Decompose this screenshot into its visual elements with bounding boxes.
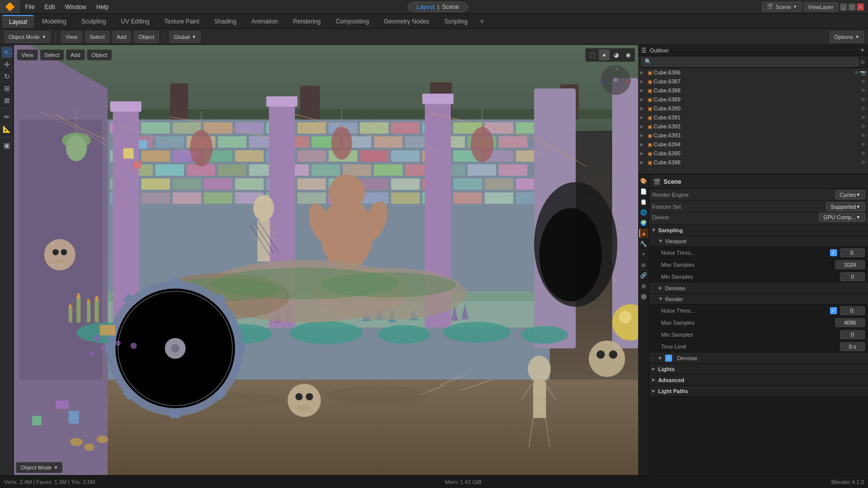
light-paths-section-header[interactable]: ▶ Light Paths: [649, 386, 868, 397]
sampling-section-header[interactable]: ▶ Sampling: [649, 225, 868, 236]
tool-annotate[interactable]: ✏: [1, 111, 12, 122]
visibility-icon-1[interactable]: 👁: [861, 79, 866, 84]
transform-global[interactable]: Global ▼: [169, 31, 201, 43]
tab-scripting[interactable]: Scripting: [437, 15, 475, 28]
outliner-item-9[interactable]: ▶ ▣ Cube.6395 👁: [638, 149, 868, 158]
options-button[interactable]: Options ▼: [830, 31, 864, 43]
add-workspace-button[interactable]: +: [476, 15, 488, 28]
add-menu[interactable]: Add: [112, 31, 131, 43]
object-menu[interactable]: Object: [134, 31, 159, 43]
viewport-view-selector[interactable]: View: [17, 49, 38, 60]
tab-shading[interactable]: Shading: [207, 15, 243, 28]
advanced-section-header[interactable]: ▶ Advanced: [649, 375, 868, 386]
menu-edit[interactable]: Edit: [39, 0, 60, 13]
visibility-icon-8[interactable]: 👁: [861, 142, 866, 147]
prop-physics-icon[interactable]: ◉: [639, 260, 648, 269]
mode-selector[interactable]: Object Mode ▼: [4, 31, 50, 43]
prop-constraints-icon[interactable]: 🔗: [639, 271, 648, 280]
visibility-icon-10[interactable]: 👁: [861, 160, 866, 165]
render-noise-value[interactable]: 0.: [840, 306, 865, 315]
material-preview-btn[interactable]: ◕: [611, 49, 622, 60]
denoise2-section-header[interactable]: ▶ Denoise: [649, 353, 868, 364]
device-dropdown[interactable]: GPU Comp... ▼: [819, 213, 865, 222]
tab-texture-paint[interactable]: Texture Paint: [157, 15, 206, 28]
object-btn[interactable]: Object: [87, 49, 112, 60]
outliner-filter[interactable]: ⊕: [860, 58, 865, 65]
denoise-section-header[interactable]: ▶ Denoise: [649, 283, 868, 294]
viewport-min-samples-value[interactable]: 0: [840, 272, 865, 281]
visibility-icon-5[interactable]: 👁: [861, 115, 866, 120]
outliner-item-3[interactable]: ▶ ▣ Cube.6389 👁: [638, 95, 868, 104]
tool-add-cube[interactable]: ▣: [1, 140, 12, 151]
menu-help[interactable]: Help: [91, 0, 114, 13]
render-min-samples-value[interactable]: 0: [840, 330, 865, 339]
tab-compositing[interactable]: Compositing: [329, 15, 376, 28]
tool-scale[interactable]: ⊞: [1, 83, 12, 94]
render-time-value[interactable]: 0 s: [840, 342, 865, 351]
tool-rotate[interactable]: ↻: [1, 71, 12, 82]
tool-measure[interactable]: 📐: [1, 123, 12, 134]
render-subsection-header[interactable]: ▶ Render: [649, 294, 868, 305]
render-noise-checkbox[interactable]: [830, 307, 837, 314]
outliner-item-1[interactable]: ▶ ▣ Cube.6387 👁: [638, 77, 868, 86]
wireframe-btn[interactable]: ⬚: [587, 49, 598, 60]
menu-window[interactable]: Window: [60, 0, 91, 13]
mode-display[interactable]: Object Mode ▼: [16, 462, 62, 473]
window-controls[interactable]: _ □ ×: [840, 3, 864, 10]
outliner-item-8[interactable]: ▶ ▣ Cube.6394 👁: [638, 140, 868, 149]
visibility-icon-6[interactable]: 👁: [861, 124, 866, 129]
outliner-item-4[interactable]: ▶ ▣ Cube.6390 👁: [638, 104, 868, 113]
outliner-item-2[interactable]: ▶ ▣ Cube.6388 👁: [638, 86, 868, 95]
tab-layout[interactable]: Layout: [2, 15, 34, 28]
viewport-max-samples-value[interactable]: 1024: [835, 260, 865, 269]
prop-data-icon[interactable]: ▣: [639, 281, 648, 290]
prop-material-icon[interactable]: ⬤: [639, 292, 648, 301]
tab-geometry-nodes[interactable]: Geometry Nodes: [377, 15, 436, 28]
prop-render-icon[interactable]: 🎨: [639, 176, 648, 185]
prop-object-icon[interactable]: ▲: [639, 229, 648, 238]
workspace-layout-tab[interactable]: Layout: [416, 3, 434, 10]
render-engine-dropdown[interactable]: Cycles ▼: [835, 190, 865, 199]
tab-rendering[interactable]: Rendering: [286, 15, 327, 28]
denoise2-checkbox[interactable]: [665, 355, 672, 362]
tab-sculpting[interactable]: Sculpting: [74, 15, 113, 28]
visibility-icon-0[interactable]: 👁: [854, 70, 859, 75]
feature-set-dropdown[interactable]: Supported ▼: [826, 202, 865, 211]
solid-btn[interactable]: ●: [599, 49, 610, 60]
scene-selector[interactable]: 🎬 Scene ▼: [762, 2, 802, 11]
tool-cursor[interactable]: ↖: [1, 47, 12, 58]
visibility-icon-3[interactable]: 👁: [861, 97, 866, 102]
prop-particles-icon[interactable]: ✦: [639, 250, 648, 259]
tab-uv-editing[interactable]: UV Editing: [114, 15, 156, 28]
visibility-icon-9[interactable]: 👁: [861, 151, 866, 156]
view-menu[interactable]: View: [61, 31, 82, 43]
3d-viewport[interactable]: View Select Add Object ⬚ ● ◕ ◉ X Y Z: [14, 45, 638, 475]
visibility-icon-7[interactable]: 👁: [861, 133, 866, 138]
select-menu[interactable]: Select: [85, 31, 109, 43]
visibility-icon-2[interactable]: 👁: [861, 88, 866, 93]
blender-logo[interactable]: 🔶: [0, 0, 20, 13]
render-icon-0[interactable]: 📷: [860, 70, 866, 75]
view-layer-selector[interactable]: ViewLayer: [804, 2, 838, 11]
outliner-search[interactable]: 🔍: [641, 57, 858, 66]
viewport-noise-value[interactable]: 0.: [840, 248, 865, 257]
outliner-item-10[interactable]: ▶ ▣ Cube.6396 👁: [638, 158, 868, 167]
prop-world-icon[interactable]: 🌍: [639, 218, 648, 227]
tab-modeling[interactable]: Modeling: [35, 15, 73, 28]
tool-move[interactable]: ✛: [1, 59, 12, 70]
prop-modifier-icon[interactable]: 🔧: [639, 239, 648, 248]
viewport-noise-checkbox[interactable]: [830, 249, 837, 256]
menu-file[interactable]: File: [20, 0, 39, 13]
outliner-item-5[interactable]: ▶ ▣ Cube.6391 👁: [638, 113, 868, 122]
select-btn[interactable]: Select: [40, 49, 64, 60]
outliner-item-6[interactable]: ▶ ▣ Cube.6392 👁: [638, 122, 868, 131]
tool-transform[interactable]: ⊠: [1, 95, 12, 106]
prop-scene-icon[interactable]: 🌐: [639, 208, 648, 217]
navigation-gizmo[interactable]: X Y Z: [598, 62, 633, 97]
add-btn[interactable]: Add: [66, 49, 85, 60]
prop-view-layer-icon[interactable]: 📋: [639, 197, 648, 206]
lights-section-header[interactable]: ▶ Lights: [649, 364, 868, 375]
outliner-display-mode[interactable]: ▼: [860, 47, 865, 53]
tab-animation[interactable]: Animation: [244, 15, 285, 28]
prop-output-icon[interactable]: 📄: [639, 187, 648, 196]
